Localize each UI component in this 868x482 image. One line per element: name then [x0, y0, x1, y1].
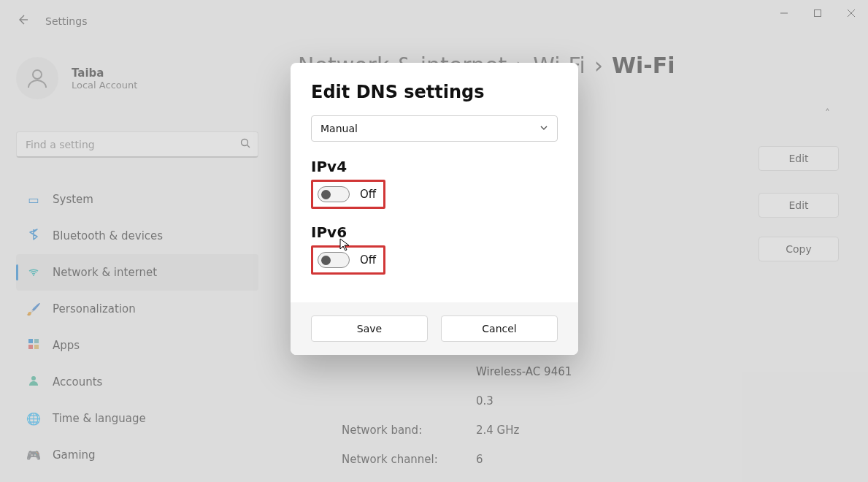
ipv6-state: Off: [360, 253, 376, 267]
save-button[interactable]: Save: [311, 315, 428, 342]
cursor-icon: [339, 238, 350, 253]
highlight-box: Off: [311, 180, 385, 209]
dns-settings-modal: Edit DNS settings Manual IPv4 Off IPv6 O…: [291, 63, 578, 355]
select-value: Manual: [320, 123, 358, 134]
ipv6-toggle[interactable]: [318, 252, 350, 268]
ipv4-toggle[interactable]: [318, 186, 350, 202]
cancel-button[interactable]: Cancel: [441, 315, 558, 342]
chevron-down-icon: [539, 123, 548, 134]
ipv4-state: Off: [360, 188, 376, 201]
dns-mode-select[interactable]: Manual: [311, 115, 558, 142]
ipv4-label: IPv4: [311, 158, 558, 175]
modal-title: Edit DNS settings: [311, 82, 558, 102]
